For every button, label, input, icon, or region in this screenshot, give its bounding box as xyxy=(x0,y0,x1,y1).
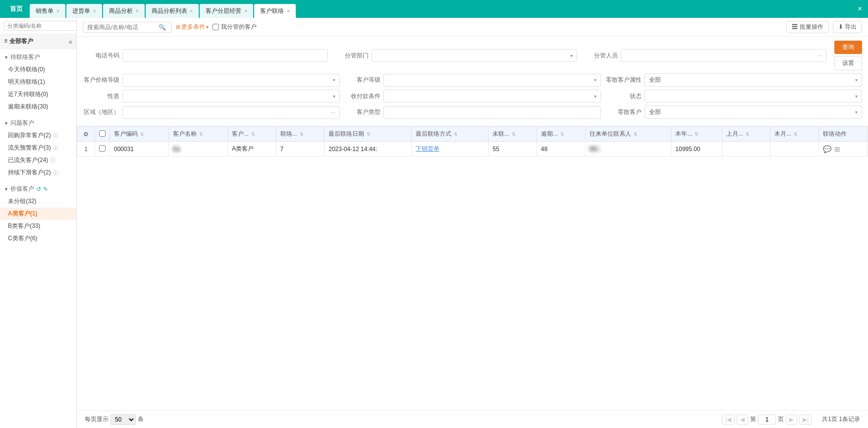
col-no-contact: 未联... ⇅ xyxy=(488,127,537,142)
sort-icon[interactable]: ⇅ xyxy=(794,132,798,137)
sidebar-item-tomorrow[interactable]: 明天待联络(1) xyxy=(0,76,76,88)
nav-tab-customer-contact[interactable]: 客户联络 × xyxy=(254,4,296,18)
sidebar-item-loss-warning[interactable]: 流失预警客户(3) ⓘ xyxy=(0,142,76,154)
sort-icon[interactable]: ⇅ xyxy=(454,132,458,137)
group-value-title[interactable]: ▼ 价值客户 ↺ ✎ xyxy=(0,183,76,195)
info-icon: ⓘ xyxy=(53,169,58,176)
sort-icon[interactable]: ⇅ xyxy=(512,132,516,137)
close-all-icon[interactable]: × xyxy=(856,2,864,15)
arrow-down-icon: ▼ xyxy=(4,55,8,60)
close-icon[interactable]: × xyxy=(136,8,139,14)
chevron-down-icon: ▾ xyxy=(333,77,335,83)
nav-tab-customer-tier[interactable]: 客户分层经营 × xyxy=(200,4,253,18)
region-select[interactable]: ··· xyxy=(122,106,340,119)
advanced-filter: 电话号码 分管部门 ▾ 分管人员 ··· xyxy=(77,37,868,126)
sidebar-item-lost[interactable]: 已流失客户(24) ⓘ xyxy=(0,154,76,166)
sidebar-item-overdue[interactable]: 逾期未联络(30) xyxy=(0,101,76,113)
close-icon[interactable]: × xyxy=(287,8,290,14)
sort-icon[interactable]: ⇅ xyxy=(140,132,144,137)
nav-home[interactable]: 首页 xyxy=(4,0,29,18)
sort-icon[interactable]: ⇅ xyxy=(695,132,699,137)
row-select-checkbox[interactable] xyxy=(99,145,106,152)
group-problem-title[interactable]: ▼ 问题客户 xyxy=(0,117,76,129)
manager-select[interactable]: ··· xyxy=(621,49,826,62)
select-all-checkbox[interactable] xyxy=(99,130,106,137)
next-page-button[interactable]: ▶ xyxy=(786,415,797,425)
phone-text-input[interactable] xyxy=(127,52,324,59)
my-customers-checkbox[interactable] xyxy=(213,24,219,30)
nature-select[interactable]: ▾ xyxy=(122,90,340,103)
nav-tab-product-analysis[interactable]: 商品分析 × xyxy=(103,4,145,18)
filter-icon: ⊞ xyxy=(176,24,180,30)
last-page-button[interactable]: ▶| xyxy=(799,415,812,425)
phone-input[interactable] xyxy=(122,49,328,62)
sort-icon[interactable]: ⇅ xyxy=(300,132,304,137)
search-icon[interactable]: 🔍 xyxy=(159,24,166,31)
col-settings[interactable]: ⚙ xyxy=(77,127,95,142)
settings-icon[interactable]: ⚙ xyxy=(83,131,89,138)
contact-method-link[interactable]: 下销货单 xyxy=(416,145,439,152)
payment-select[interactable]: ▾ xyxy=(383,90,601,103)
customer-search-input[interactable] xyxy=(87,24,157,31)
edit-icon[interactable]: ✎ xyxy=(43,186,48,193)
col-level: 客户... ⇅ xyxy=(227,127,276,142)
qr-icon[interactable]: ⊞ xyxy=(834,145,840,153)
sort-icon[interactable]: ⇅ xyxy=(199,132,203,137)
setting-button[interactable]: 设置 xyxy=(834,56,862,70)
refresh-icon[interactable]: ↺ xyxy=(36,186,41,193)
sidebar-item-7days[interactable]: 近7天待联络(0) xyxy=(0,88,76,101)
price-level-label: 客户价格等级 xyxy=(83,76,122,84)
sparse-attr-label: 零散客户属性 xyxy=(605,76,645,84)
price-level-select[interactable]: ▾ xyxy=(122,74,340,87)
nav-tab-sales[interactable]: 销售单 × xyxy=(30,4,65,18)
action-icons-container: 💬 ⊞ xyxy=(823,145,864,153)
close-icon[interactable]: × xyxy=(244,8,247,14)
sparse-customer-label: 零散客户 xyxy=(605,108,645,116)
my-customers-filter[interactable]: 我分管的客户 xyxy=(213,23,257,31)
customer-level-select[interactable]: ▾ xyxy=(383,74,601,87)
sparse-customer-select[interactable]: 全部 ▾ xyxy=(645,106,862,119)
top-nav: 首页 销售单 × 进货单 × 商品分析 × 商品分析列表 × 客户分层经营 × … xyxy=(0,0,868,18)
export-button[interactable]: ⬇ 导出 xyxy=(833,21,862,33)
customer-type-text-input[interactable] xyxy=(388,109,597,116)
sidebar-item-declining[interactable]: 持续下滑客户(2) ⓘ xyxy=(0,166,76,179)
close-icon[interactable]: × xyxy=(56,8,59,14)
first-page-button[interactable]: |◀ xyxy=(722,415,735,425)
sparse-attr-select[interactable]: 全部 ▾ xyxy=(645,73,862,87)
col-select-all[interactable] xyxy=(95,127,110,142)
nav-tab-purchase[interactable]: 进货单 × xyxy=(66,4,102,18)
sort-icon[interactable]: ⇅ xyxy=(367,132,371,137)
close-icon[interactable]: × xyxy=(190,8,193,14)
chat-icon[interactable]: 💬 xyxy=(823,145,831,153)
page-number-input[interactable] xyxy=(758,415,776,425)
sort-icon[interactable]: ⇅ xyxy=(634,132,638,137)
batch-operation-button[interactable]: ☰ 批量操作 xyxy=(786,21,828,33)
nav-tab-product-list[interactable]: 商品分析列表 × xyxy=(146,4,199,18)
sort-icon[interactable]: ⇅ xyxy=(746,132,750,137)
main-layout: 🔍 ⠿ 全部客户 « ▼ 待联络客户 今天待联络(0) 明天待联络(1) 近7天… xyxy=(0,18,868,428)
page-size-select[interactable]: 50 100 200 xyxy=(110,414,136,425)
sidebar-item-today[interactable]: 今天待联络(0) xyxy=(0,63,76,76)
sidebar-item-abnormal-repurchase[interactable]: 回购异常客户(2) ⓘ xyxy=(0,129,76,142)
sidebar-search-input[interactable] xyxy=(4,21,77,31)
sidebar-item-b-class[interactable]: B类客户(33) xyxy=(0,220,76,232)
sort-icon[interactable]: ⇅ xyxy=(251,132,255,137)
contact-person-cell: RE . xyxy=(585,142,671,157)
col-name: 客户名称 ⇅ xyxy=(168,127,227,142)
query-button[interactable]: 查询 xyxy=(834,41,862,54)
sidebar-item-c-class[interactable]: C类客户(6) xyxy=(0,232,76,245)
col-this-month: 本月... ⇅ xyxy=(770,127,819,142)
close-icon[interactable]: × xyxy=(93,8,96,14)
sidebar-item-a-class[interactable]: A类客户(1) xyxy=(0,208,76,220)
more-filters-button[interactable]: ⊞ 更多条件 ▾ xyxy=(176,23,209,31)
this-month-cell xyxy=(770,142,819,157)
collapse-icon[interactable]: « xyxy=(68,38,72,46)
sidebar-item-ungrouped[interactable]: 未分组(32) xyxy=(0,195,76,208)
status-select[interactable]: ▾ xyxy=(645,90,862,103)
dept-select[interactable]: ▾ xyxy=(372,49,577,62)
customer-type-input[interactable] xyxy=(383,106,601,119)
sort-icon[interactable]: ⇅ xyxy=(560,132,564,137)
row-number: 1 xyxy=(77,142,95,157)
group-pending-title[interactable]: ▼ 待联络客户 xyxy=(0,51,76,63)
prev-page-button[interactable]: ◀ xyxy=(737,415,748,425)
